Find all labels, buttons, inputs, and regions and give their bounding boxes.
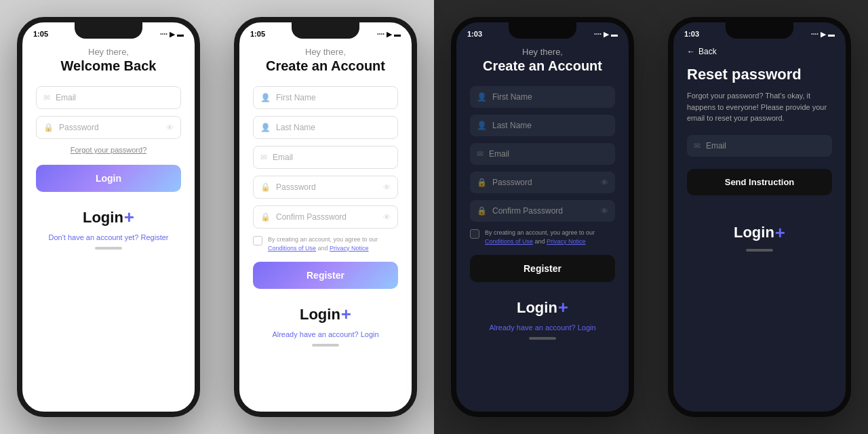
status-icons-4: ···· ▶ ▬ [811, 31, 835, 38]
back-arrow-icon: ← [687, 47, 695, 56]
first-name-field-dark[interactable]: 👤 First Name [470, 86, 615, 108]
confirm-password-field-dark[interactable]: 🔒 Confirm Passsword 👁 [470, 200, 615, 222]
login-button[interactable]: Login [36, 165, 181, 192]
email-field-light[interactable]: ✉ Email [253, 146, 398, 169]
email-placeholder-reset: Email [706, 141, 726, 151]
password-field-dark[interactable]: 🔒 Passsword 👁 [470, 172, 615, 193]
first-name-placeholder-light: First Name [276, 93, 316, 102]
privacy-link-dark[interactable]: Privacy Notice [547, 238, 586, 245]
lock-icon-password-light: 🔒 [260, 182, 271, 192]
person-icon-lastname-light: 👤 [260, 123, 271, 132]
lock-icon-confirm-dark: 🔒 [477, 206, 487, 216]
logo-plus-register-light: + [341, 304, 351, 325]
terms-checkbox-dark[interactable] [470, 229, 479, 239]
logo-text-register-light: Login+ [300, 304, 351, 325]
lock-icon-password-dark: 🔒 [477, 178, 487, 187]
terms-checkbox-light[interactable] [253, 236, 262, 245]
phone-login: 1:05 ···· ▶ ▬ Hey there, Welcome Back ✉ … [17, 17, 200, 417]
eye-icon-password-light[interactable]: 👁 [383, 183, 391, 191]
last-name-placeholder-dark: Last Name [492, 121, 532, 130]
email-field-dark[interactable]: ✉ Email [470, 143, 615, 165]
register-dark-title: Create an Account [470, 58, 615, 74]
status-icons-2: ···· ▶ ▬ [377, 31, 401, 38]
person-icon-lastname-dark: 👤 [477, 121, 487, 130]
back-button[interactable]: ← Back [687, 47, 832, 56]
register-light-greeting: Hey there, [253, 47, 398, 57]
confirm-password-field-light[interactable]: 🔒 Confirm Passsword 👁 [253, 205, 398, 229]
conditions-link-light[interactable]: Conditions of Use [268, 245, 316, 252]
password-placeholder-light: Passsword [276, 182, 316, 192]
confirm-password-placeholder-dark: Confirm Passsword [492, 206, 563, 216]
email-icon-light: ✉ [260, 153, 267, 162]
eye-icon-login[interactable]: 👁 [166, 123, 174, 132]
screen-4-wrapper: 1:03 ···· ▶ ▬ ← Back Reset password Forg… [651, 0, 868, 434]
phone-reset: 1:03 ···· ▶ ▬ ← Back Reset password Forg… [668, 17, 851, 417]
conditions-link-dark[interactable]: Conditions of Use [485, 238, 533, 245]
last-name-field-light[interactable]: 👤 Last Name [253, 116, 398, 139]
eye-icon-password-dark[interactable]: 👁 [601, 178, 608, 186]
login-link-light[interactable]: Login [361, 330, 379, 338]
register-dark-content: Hey there, Create an Account 👤 First Nam… [456, 41, 629, 412]
last-name-placeholder-light: Last Name [276, 123, 315, 132]
logo-login: Login+ [36, 207, 181, 228]
notch-1 [75, 22, 142, 39]
reset-screen-content: ← Back Reset password Forgot your passwo… [673, 41, 846, 412]
register-prompt: Don't have an account yet? [49, 233, 139, 241]
terms-text-light: By creating an account, you agree to our… [268, 235, 398, 252]
notch-2 [292, 22, 359, 39]
register-light-content: Hey there, Create an Account 👤 First Nam… [239, 41, 412, 412]
register-light-title: Create an Account [253, 58, 398, 74]
screen-1-wrapper: 1:05 ···· ▶ ▬ Hey there, Welcome Back ✉ … [0, 0, 217, 434]
time-3: 1:03 [467, 30, 482, 38]
email-placeholder-login: Email [56, 93, 76, 102]
reset-description: Forgot your password? That's okay, it ha… [687, 90, 832, 124]
email-icon-reset: ✉ [694, 141, 701, 151]
login-link-area-light: Already have an account? Login [253, 330, 398, 338]
first-name-placeholder-dark: First Name [492, 92, 532, 102]
terms-text-dark: By creating an account, you agree to our… [485, 229, 615, 245]
logo-text-login: Login+ [83, 207, 134, 228]
register-button-dark[interactable]: Register [470, 255, 615, 282]
last-name-field-dark[interactable]: 👤 Last Name [470, 115, 615, 136]
login-link-dark[interactable]: Login [578, 323, 596, 332]
status-icons-3: ···· ▶ ▬ [594, 31, 618, 38]
register-button-light[interactable]: Register [253, 262, 398, 289]
register-link[interactable]: Register [141, 233, 169, 241]
login-link-area-dark: Already have an account? Login [470, 323, 615, 332]
password-placeholder-dark: Passsword [492, 178, 532, 187]
logo-text-register-dark: Login+ [517, 297, 568, 318]
phone-register-dark: 1:03 ···· ▶ ▬ Hey there, Create an Accou… [451, 17, 634, 417]
forgot-password-link[interactable]: Forgot your password? [36, 146, 181, 154]
back-label: Back [698, 47, 717, 56]
time-4: 1:03 [684, 30, 699, 38]
phone-register-light: 1:05 ···· ▶ ▬ Hey there, Create an Accou… [234, 17, 417, 417]
logo-reset: Login+ [687, 222, 832, 243]
time-2: 1:05 [250, 30, 265, 38]
login-title: Welcome Back [36, 58, 181, 74]
terms-checkbox-row-dark: By creating an account, you agree to our… [470, 229, 615, 245]
eye-icon-confirm-dark[interactable]: 👁 [601, 207, 608, 215]
status-icons-1: ···· ▶ ▬ [160, 31, 184, 38]
password-field-light[interactable]: 🔒 Passsword 👁 [253, 176, 398, 199]
privacy-link-light[interactable]: Privacy Notice [330, 245, 369, 252]
eye-icon-confirm-light[interactable]: 👁 [383, 213, 391, 221]
home-indicator-1 [95, 247, 122, 250]
email-field-reset[interactable]: ✉ Email [687, 135, 832, 157]
logo-register-dark: Login+ [470, 297, 615, 318]
register-link-area: Don't have an account yet? Register [36, 233, 181, 241]
first-name-field-light[interactable]: 👤 First Name [253, 86, 398, 109]
time-1: 1:05 [33, 30, 48, 38]
login-screen-content: Hey there, Welcome Back ✉ Email 🔒 Passsw… [22, 41, 195, 412]
login-prompt-dark: Already have an account? [489, 323, 575, 332]
home-indicator-2 [312, 344, 339, 347]
send-instruction-button[interactable]: Send Instruction [687, 169, 832, 195]
home-indicator-3 [529, 337, 556, 340]
email-field-login[interactable]: ✉ Email [36, 86, 181, 109]
terms-checkbox-row-light: By creating an account, you agree to our… [253, 235, 398, 252]
logo-plus-reset: + [775, 222, 785, 243]
notch-3 [509, 22, 576, 39]
screen-2-wrapper: 1:05 ···· ▶ ▬ Hey there, Create an Accou… [217, 0, 434, 434]
confirm-password-placeholder-light: Confirm Passsword [276, 212, 347, 222]
login-greeting: Hey there, [36, 47, 181, 57]
password-field-login[interactable]: 🔒 Passsword 👁 [36, 116, 181, 139]
